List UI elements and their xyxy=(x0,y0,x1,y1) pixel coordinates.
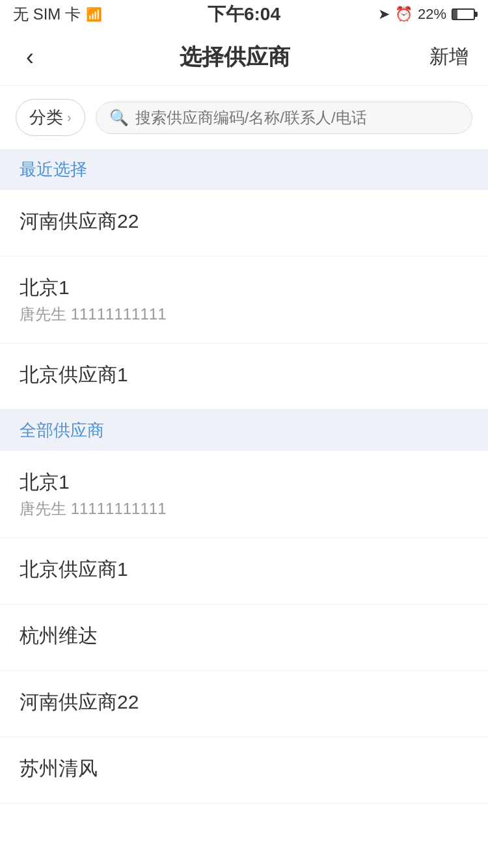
item-name: 河南供应商22 xyxy=(20,208,468,235)
recent-section-header: 最近选择 xyxy=(0,149,488,190)
all-section-header: 全部供应商 xyxy=(0,410,488,451)
search-input[interactable] xyxy=(135,109,459,127)
nav-bar: ‹ 选择供应商 新增 xyxy=(0,29,488,86)
list-item[interactable]: 北京供应商1 xyxy=(0,538,488,604)
category-button[interactable]: 分类 › xyxy=(16,99,85,136)
status-bar: 无 SIM 卡 📶 下午6:04 ➤ ⏰ 22% xyxy=(0,0,488,29)
list-item[interactable]: 河南供应商22 xyxy=(0,671,488,737)
search-icon: 🔍 xyxy=(109,109,129,127)
category-label: 分类 xyxy=(29,106,63,129)
status-time: 下午6:04 xyxy=(208,2,280,27)
search-box: 🔍 xyxy=(96,102,472,134)
item-name: 北京1 xyxy=(20,469,468,496)
back-button[interactable]: ‹ xyxy=(20,37,40,77)
add-button[interactable]: 新增 xyxy=(429,44,468,70)
item-sub: 唐先生 11111111111 xyxy=(20,304,468,325)
filter-bar: 分类 › 🔍 xyxy=(0,86,488,149)
chevron-right-icon: › xyxy=(67,110,72,125)
item-name: 杭州维达 xyxy=(20,623,468,649)
item-sub: 唐先生 11111111111 xyxy=(20,498,468,519)
alarm-icon: ⏰ xyxy=(395,6,413,23)
item-name: 北京供应商1 xyxy=(20,556,468,583)
page-title: 选择供应商 xyxy=(180,42,290,72)
list-item[interactable]: 北京1 唐先生 11111111111 xyxy=(0,451,488,538)
item-name: 北京1 xyxy=(20,275,468,301)
status-right: ➤ ⏰ 22% xyxy=(378,6,475,23)
recent-list: 河南供应商22 北京1 唐先生 11111111111北京供应商1 xyxy=(0,190,488,410)
item-name: 河南供应商22 xyxy=(20,689,468,716)
list-item[interactable]: 北京1 唐先生 11111111111 xyxy=(0,256,488,344)
recent-section-label: 最近选择 xyxy=(20,159,87,179)
status-left: 无 SIM 卡 📶 xyxy=(13,4,102,25)
item-name: 北京供应商1 xyxy=(20,362,468,388)
battery-percent: 22% xyxy=(418,6,446,23)
all-list: 北京1 唐先生 11111111111北京供应商1 杭州维达 河南供应商22 苏… xyxy=(0,451,488,804)
wifi-icon: 📶 xyxy=(86,7,102,22)
list-item[interactable]: 北京供应商1 xyxy=(0,344,488,410)
list-item[interactable]: 杭州维达 xyxy=(0,604,488,671)
location-icon: ➤ xyxy=(378,6,390,23)
all-section-label: 全部供应商 xyxy=(20,420,104,440)
item-name: 苏州清风 xyxy=(20,755,468,782)
list-item[interactable]: 河南供应商22 xyxy=(0,190,488,256)
list-item[interactable]: 苏州清风 xyxy=(0,737,488,804)
battery-icon xyxy=(452,8,475,20)
no-sim-text: 无 SIM 卡 xyxy=(13,4,81,25)
